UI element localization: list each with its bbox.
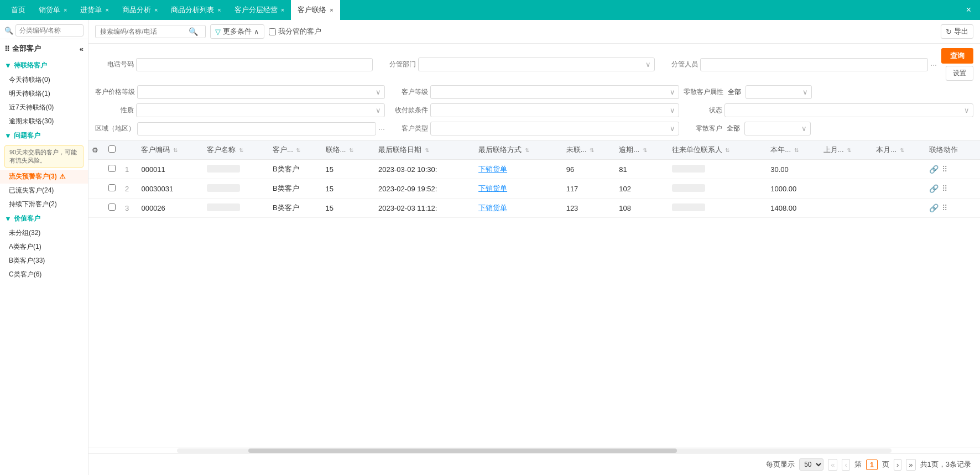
prev-page-button[interactable]: ‹ (842, 459, 849, 471)
sidebar-item-2-2[interactable]: B类客户(33) (0, 254, 88, 268)
nav-tab-商品分析[interactable]: 商品分析× (116, 0, 164, 20)
overdue-col-header[interactable]: 逾期... ⇅ (616, 140, 669, 160)
uncontacted-col-header[interactable]: 未联... ⇅ (563, 140, 616, 160)
nav-tab-客户联络[interactable]: 客户联络× (291, 0, 340, 20)
grid-action-icon[interactable]: ⠿ (942, 165, 947, 174)
last-method-link[interactable]: 下销货单 (478, 184, 507, 192)
last-method-link[interactable]: 下销货单 (478, 165, 507, 173)
phone-input[interactable] (136, 58, 373, 71)
nav-tab-客户分层经营[interactable]: 客户分层经营× (228, 0, 291, 20)
my-customers-checkbox-wrap[interactable]: 我分管的客户 (269, 27, 321, 36)
type-col-header[interactable]: 客户... ⇅ (269, 140, 322, 160)
sidebar-section-2[interactable]: ▼价值客户 (0, 211, 88, 226)
next-page-button[interactable]: › (894, 459, 901, 471)
unit-contact-col-header[interactable]: 往来单位联系人 ⇅ (669, 140, 767, 160)
region-input[interactable] (137, 122, 376, 135)
sidebar-search-area: 🔍 (0, 20, 88, 39)
code-col-header[interactable]: 客户编码 ⇅ (138, 140, 204, 160)
payment-select[interactable]: ∨ (430, 103, 679, 117)
last-method-col-header[interactable]: 最后联络方式 ⇅ (475, 140, 563, 160)
sidebar-item-0-2[interactable]: 近7天待联络(0) (0, 101, 88, 114)
tab-close-icon[interactable]: × (217, 7, 221, 13)
dept-select[interactable]: ∨ (418, 58, 655, 71)
sidebar-item-0-3[interactable]: 逾期未联络(30) (0, 114, 88, 128)
contact-col-header[interactable]: 联络... ⇅ (322, 140, 376, 160)
grid-action-icon[interactable]: ⠿ (942, 203, 947, 212)
tab-close-icon[interactable]: × (154, 7, 158, 13)
scrollbar-thumb[interactable] (248, 448, 677, 453)
sidebar-item-2-1[interactable]: A类客户(1) (0, 240, 88, 254)
table-body: 1 000011 B类客户 15 2023-03-02 10:30: 下销货单 … (88, 160, 980, 218)
sidebar-item-0-0[interactable]: 今天待联络(0) (0, 73, 88, 87)
tab-close-icon[interactable]: × (64, 7, 67, 13)
customer-type-select[interactable]: ∨ (430, 122, 679, 135)
sidebar-item-1-0[interactable]: 流失预警客户(3)⚠ (0, 170, 88, 184)
filter-panel: 电话号码 分管部门 ∨ 分管人员 ··· 查询 设置 (88, 44, 980, 140)
name-col-header[interactable]: 客户名称 ⇅ (204, 140, 269, 160)
nature-select[interactable]: ∨ (136, 103, 385, 117)
price-grade-select[interactable]: ∨ (137, 85, 385, 99)
row-checkbox[interactable] (108, 165, 116, 172)
search-bar: 🔍 ▽ 更多条件 ∧ 我分管的客户 ↻ 导出 (88, 20, 980, 44)
settings-col-header[interactable]: ⚙ (88, 140, 105, 160)
search-submit-icon[interactable]: 🔍 (189, 27, 198, 36)
tab-close-icon[interactable]: × (105, 7, 108, 13)
tab-close-icon[interactable]: × (281, 7, 284, 13)
sparse-customer-select[interactable]: ∨ (744, 122, 811, 135)
sidebar-item-0-1[interactable]: 明天待联络(1) (0, 87, 88, 101)
my-customers-checkbox[interactable] (269, 28, 276, 35)
sidebar-section-0[interactable]: ▼待联络客户 (0, 58, 88, 73)
select-all-checkbox[interactable] (108, 145, 116, 153)
sidebar-item-1-2[interactable]: 持续下滑客户(2) (0, 197, 88, 211)
section-arrow-icon: ▼ (4, 61, 12, 70)
tab-close-icon[interactable]: × (330, 7, 333, 13)
person-dots-button[interactable]: ··· (930, 60, 937, 69)
last-page-button[interactable]: » (906, 459, 915, 471)
last-month-col-header[interactable]: 上月... ⇅ (820, 140, 873, 160)
nav-tab-销货单[interactable]: 销货单× (32, 0, 74, 20)
link-action-icon[interactable]: 🔗 (929, 165, 939, 174)
code-sort-icon: ⇅ (173, 147, 178, 153)
sidebar-item-1-1[interactable]: 已流失客户(24) (0, 184, 88, 197)
sparse-attr-chevron-icon: ∨ (802, 88, 808, 96)
link-action-icon[interactable]: 🔗 (929, 184, 939, 193)
export-button[interactable]: ↻ 导出 (941, 24, 973, 39)
sparse-attr-select[interactable]: ∨ (746, 85, 812, 99)
nav-tab-商品分析列表[interactable]: 商品分析列表× (164, 0, 227, 20)
table-row: 3 000026 B类客户 15 2023-02-03 11:12: 下销货单 … (88, 199, 980, 218)
settings-button[interactable]: 设置 (946, 66, 973, 81)
last-method-link[interactable]: 下销货单 (478, 203, 507, 212)
sparse-customer-field: 零散客户 全部 ∨ (684, 122, 973, 135)
sidebar-item-2-3[interactable]: C类客户(6) (0, 268, 88, 281)
sidebar-search-input[interactable] (15, 24, 84, 36)
sidebar-all-customers[interactable]: ⠿ 全部客户 « (0, 39, 88, 58)
row-code: 00030031 (138, 179, 204, 199)
close-all-button[interactable]: × (962, 5, 976, 15)
per-page-select[interactable]: 50 (799, 458, 823, 471)
sparse-customer-label: 零散客户 (684, 124, 722, 133)
horizontal-scrollbar[interactable] (88, 447, 980, 453)
this-month-col-header[interactable]: 本月... ⇅ (873, 140, 926, 160)
row-checkbox[interactable] (108, 184, 116, 191)
customer-grade-select[interactable]: ∨ (430, 85, 679, 99)
year-amount-col-header[interactable]: 本年... ⇅ (767, 140, 820, 160)
customer-grade-label: 客户等级 (389, 87, 428, 97)
collapse-icon[interactable]: « (80, 45, 84, 53)
nav-tab-进货单[interactable]: 进货单× (74, 0, 115, 20)
customer-table: ⚙ 客户编码 ⇅ 客户名称 ⇅ 客户... ⇅ 联络... ⇅ 最后联络日期 ⇅… (88, 140, 980, 218)
status-select[interactable]: ∨ (724, 103, 973, 117)
filter-row-4: 区域（地区） ··· 客户类型 ∨ 零散客户 全部 ∨ (95, 122, 973, 135)
sidebar-section-1[interactable]: ▼问题客户 (0, 128, 88, 143)
first-page-button[interactable]: « (828, 459, 837, 471)
search-input[interactable] (100, 28, 189, 35)
row-checkbox[interactable] (108, 203, 116, 211)
link-action-icon[interactable]: 🔗 (929, 203, 939, 212)
person-input[interactable] (700, 58, 928, 71)
nav-tab-首页[interactable]: 首页 (4, 0, 32, 20)
query-button[interactable]: 查询 (941, 48, 973, 64)
region-dots-button[interactable]: ··· (378, 124, 385, 133)
more-filter-button[interactable]: ▽ 更多条件 ∧ (210, 24, 264, 39)
last-date-col-header[interactable]: 最后联络日期 ⇅ (375, 140, 475, 160)
grid-action-icon[interactable]: ⠿ (942, 184, 947, 193)
sidebar-item-2-0[interactable]: 未分组(32) (0, 226, 88, 240)
